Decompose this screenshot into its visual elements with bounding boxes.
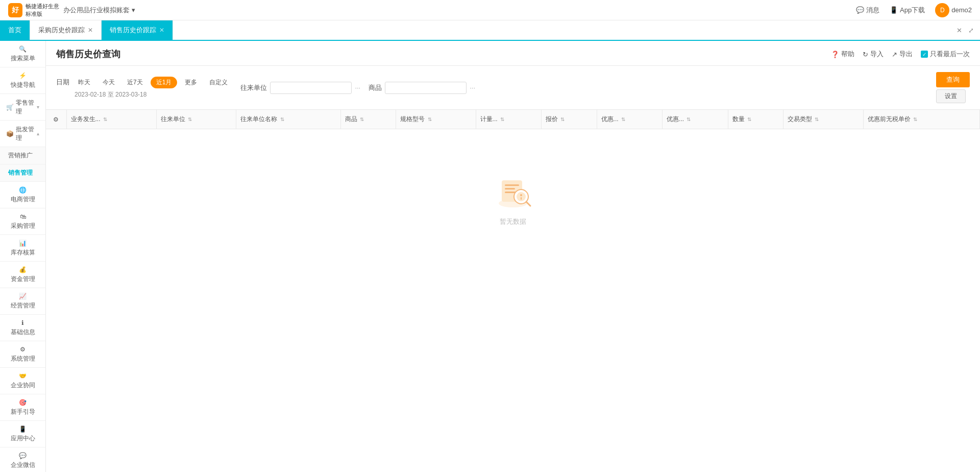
- tab-home[interactable]: 首页: [0, 20, 30, 40]
- col-discount1[interactable]: 优惠... ⇅: [597, 110, 663, 129]
- product-dots[interactable]: ···: [470, 84, 475, 91]
- settings-button[interactable]: 设置: [936, 89, 966, 103]
- sidebar-item-system[interactable]: ⚙ 系统管理: [0, 341, 45, 368]
- table-header-row: ⚙ 业务发生... ⇅ 往来单位 ⇅ 往来单位名称: [46, 110, 980, 129]
- date-btn-last1m[interactable]: 近1月: [151, 77, 178, 88]
- only-last-checkbox-area[interactable]: ✓ 只看最后一次: [921, 50, 970, 59]
- product-input[interactable]: [385, 82, 467, 94]
- sidebar-item-inventory[interactable]: 📊 库存核算: [0, 235, 45, 262]
- only-last-checkbox[interactable]: ✓: [921, 51, 928, 58]
- sidebar-item-quick-nav[interactable]: ⚡ 快捷导航: [0, 67, 45, 94]
- inventory-icon: 📊: [19, 240, 27, 247]
- product-label: 商品: [369, 83, 382, 92]
- sort-discount1-icon: ⇅: [621, 116, 625, 122]
- download-icon: 📱: [890, 6, 898, 14]
- sidebar-sub-marketing[interactable]: 营销推广: [0, 147, 45, 164]
- sidebar-sub-sales-mgmt[interactable]: 销售管理: [0, 164, 45, 182]
- sidebar-item-enterprise-collab[interactable]: 🤝 企业协同: [0, 368, 45, 394]
- tab-maximize-icon[interactable]: ⤢: [968, 27, 974, 34]
- user-btn[interactable]: D demo2: [935, 3, 972, 17]
- col-unit[interactable]: 计量... ⇅: [476, 110, 542, 129]
- date-btn-today[interactable]: 今天: [98, 77, 119, 88]
- col-partner-name[interactable]: 往来单位名称 ⇅: [236, 110, 340, 129]
- page-title-actions: ❓ 帮助 ↻ 导入 ↗ 导出 ✓ 只看最后一次: [831, 50, 970, 59]
- partner-dots[interactable]: ···: [355, 84, 360, 91]
- col-product[interactable]: 商品 ⇅: [340, 110, 396, 129]
- page-title-bar: 销售历史价查询 ❓ 帮助 ↻ 导入 ↗ 导出 ✓: [46, 41, 980, 66]
- col-quoted-price[interactable]: 报价 ⇅: [542, 110, 597, 129]
- date-btn-last7[interactable]: 近7天: [122, 77, 148, 88]
- tab-purchase-close[interactable]: ✕: [88, 27, 93, 33]
- tab-close-all-icon[interactable]: ✕: [957, 27, 962, 34]
- basic-info-icon: ℹ: [21, 319, 24, 326]
- sort-pre-tax-icon: ⇅: [913, 116, 917, 122]
- chevron-down-icon: ▾: [37, 104, 39, 110]
- import-icon: ↻: [863, 51, 868, 58]
- tab-sales-close[interactable]: ✕: [159, 27, 164, 33]
- purchase-icon: 🛍: [20, 213, 26, 220]
- partner-label: 往来单位: [240, 83, 267, 92]
- sort-quoted-price-icon: ⇅: [560, 116, 565, 122]
- export-icon: ↗: [892, 51, 897, 58]
- dropdown-icon: ▾: [132, 6, 135, 14]
- sidebar: 🔍 搜索菜单 ⚡ 快捷导航 🛒 零售管理 ▾ 📦 批发管理 ▴ 营销推广 销售管: [0, 41, 46, 472]
- breadcrumb-dropdown[interactable]: 办公用品行业模拟账套 ▾: [63, 6, 135, 15]
- partner-filter-group: 往来单位 ···: [240, 82, 360, 94]
- data-table: ⚙ 业务发生... ⇅ 往来单位 ⇅ 往来单位名称: [46, 110, 980, 129]
- retail-icon: 🛒: [6, 104, 14, 111]
- help-icon: ❓: [831, 51, 839, 58]
- chevron-up-icon: ▴: [37, 131, 39, 136]
- date-btn-yesterday[interactable]: 昨天: [74, 77, 95, 88]
- header-right: 💬 消息 📱 App下载 D demo2: [856, 3, 972, 17]
- export-btn[interactable]: ↗ 导出: [892, 50, 913, 59]
- product-filter-group: 商品 ···: [369, 82, 475, 94]
- logo-area: 好 畅捷通好生意 标准版: [8, 3, 59, 17]
- sidebar-item-retail-mgmt[interactable]: 🛒 零售管理 ▾: [0, 94, 45, 121]
- svg-point-8: [520, 194, 522, 196]
- tab-sales-history[interactable]: 销售历史价跟踪 ✕: [102, 20, 173, 40]
- tab-purchase-history[interactable]: 采购历史价跟踪 ✕: [30, 20, 102, 40]
- col-partner-code[interactable]: 往来单位 ⇅: [156, 110, 236, 129]
- col-quantity[interactable]: 数量 ⇅: [728, 110, 783, 129]
- empty-illustration: [493, 170, 533, 211]
- date-btn-custom[interactable]: 自定义: [205, 77, 232, 88]
- finance-icon: 💰: [19, 266, 27, 273]
- col-discount2[interactable]: 优惠... ⇅: [663, 110, 728, 129]
- import-btn[interactable]: ↻ 导入: [863, 50, 884, 59]
- sidebar-item-enterprise-wechat[interactable]: 💬 企业微信: [0, 447, 45, 472]
- sidebar-item-purchase[interactable]: 🛍 采购管理: [0, 208, 45, 235]
- content-area: 销售历史价查询 ❓ 帮助 ↻ 导入 ↗ 导出 ✓: [46, 41, 980, 472]
- date-range-display: 2023-02-18 至 2023-03-18: [75, 90, 232, 99]
- sort-quantity-icon: ⇅: [747, 116, 751, 122]
- col-pre-tax-price[interactable]: 优惠前无税单价 ⇅: [863, 110, 979, 129]
- page-title: 销售历史价查询: [56, 48, 120, 60]
- sidebar-item-app-center[interactable]: 📱 应用中心: [0, 421, 45, 447]
- sidebar-item-wholesale-mgmt[interactable]: 📦 批发管理 ▴: [0, 121, 45, 147]
- logo-icon: 好: [8, 3, 22, 17]
- sort-biz-date-icon: ⇅: [103, 116, 107, 122]
- sort-product-icon: ⇅: [360, 116, 364, 122]
- sidebar-item-ecommerce[interactable]: 🌐 电商管理: [0, 182, 45, 208]
- search-menu-icon: 🔍: [19, 45, 27, 53]
- app-download-btn[interactable]: 📱 App下载: [890, 6, 925, 15]
- operations-icon: 📈: [19, 293, 27, 300]
- sidebar-item-basic-info[interactable]: ℹ 基础信息: [0, 315, 45, 341]
- partner-input[interactable]: [270, 82, 352, 94]
- sidebar-item-new-user[interactable]: 🎯 新手引导: [0, 394, 45, 421]
- col-settings[interactable]: ⚙: [46, 110, 66, 129]
- avatar: D: [935, 3, 949, 17]
- col-trade-type[interactable]: 交易类型 ⇅: [783, 110, 863, 129]
- sidebar-item-finance[interactable]: 💰 资金管理: [0, 262, 45, 288]
- wechat-icon: 💬: [19, 452, 27, 459]
- query-button[interactable]: 查询: [936, 72, 970, 87]
- sort-spec-icon: ⇅: [428, 116, 432, 122]
- sidebar-item-operations[interactable]: 📈 经营管理: [0, 288, 45, 315]
- col-spec[interactable]: 规格型号 ⇅: [396, 110, 476, 129]
- help-btn[interactable]: ❓ 帮助: [831, 50, 854, 59]
- col-biz-date[interactable]: 业务发生... ⇅: [66, 110, 156, 129]
- message-btn[interactable]: 💬 消息: [856, 6, 879, 15]
- date-btn-more[interactable]: 更多: [180, 77, 202, 88]
- sort-unit-icon: ⇅: [500, 116, 504, 122]
- sidebar-item-search-menu[interactable]: 🔍 搜索菜单: [0, 41, 45, 67]
- quick-nav-icon: ⚡: [19, 72, 27, 79]
